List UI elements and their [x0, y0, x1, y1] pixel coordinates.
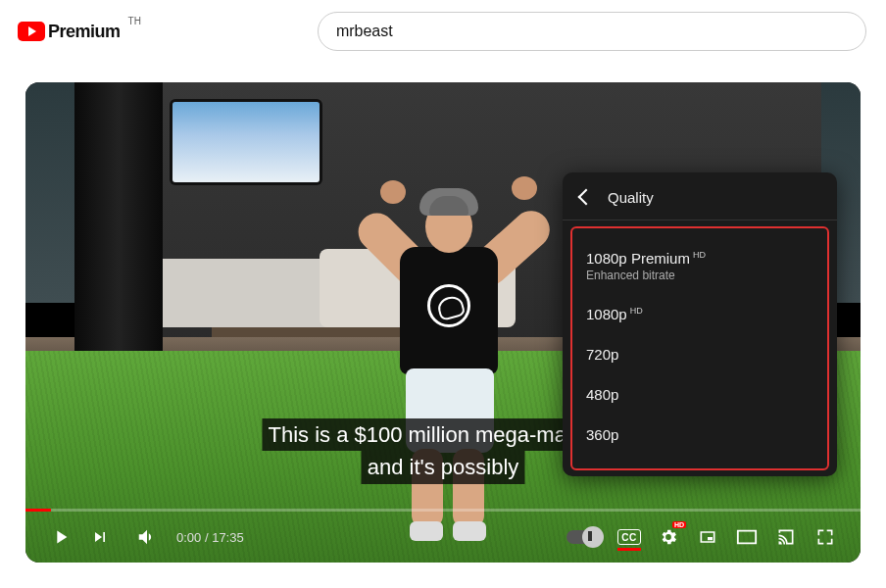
hd-badge: HD — [693, 250, 706, 260]
fullscreen-button[interactable] — [808, 519, 843, 555]
fullscreen-icon — [815, 527, 835, 547]
quality-panel-header[interactable]: Quality — [563, 172, 837, 220]
search-value: mrbeast — [336, 23, 393, 40]
time-current: 0:00 — [176, 530, 201, 545]
video-player[interactable]: This is a $100 million mega-mansion and … — [25, 82, 861, 563]
quality-option[interactable]: 360p — [572, 415, 827, 455]
cast-icon — [775, 527, 797, 547]
time-total: 17:35 — [212, 530, 244, 545]
miniplayer-icon — [698, 527, 717, 547]
quality-option[interactable]: 480p — [572, 374, 827, 415]
search-input[interactable]: mrbeast — [318, 12, 866, 51]
pause-icon — [588, 531, 592, 541]
quality-options-list: 1080p PremiumHD Enhanced bitrate 1080pHD… — [570, 226, 829, 470]
time-display: 0:00 / 17:35 — [176, 530, 244, 545]
youtube-premium-logo[interactable]: Premium TH — [18, 22, 141, 42]
youtube-play-icon — [18, 22, 45, 41]
theater-mode-button[interactable] — [729, 519, 764, 555]
cc-icon: CC — [617, 529, 640, 545]
next-button[interactable] — [82, 519, 118, 555]
play-button[interactable] — [43, 519, 78, 555]
quality-label: 360p — [586, 426, 618, 443]
header-bar: Premium TH mrbeast — [0, 0, 886, 65]
settings-button[interactable]: HD — [651, 519, 686, 555]
quality-settings-panel: Quality 1080p PremiumHD Enhanced bitrate… — [563, 172, 837, 476]
caption-line-2: and it's possibly — [362, 451, 525, 484]
quality-option[interactable]: 1080p PremiumHD Enhanced bitrate — [572, 238, 827, 294]
cast-button[interactable] — [768, 519, 804, 555]
captions-button[interactable]: CC — [612, 519, 647, 555]
volume-button[interactable] — [129, 519, 165, 555]
premium-label: Premium — [48, 22, 121, 42]
quality-label: 480p — [586, 386, 618, 403]
volume-icon — [136, 526, 158, 548]
gear-icon — [659, 527, 678, 547]
hd-badge: HD — [630, 306, 643, 316]
play-icon — [50, 526, 72, 548]
next-icon — [90, 527, 110, 547]
quality-label: 1080p — [586, 306, 627, 322]
player-controls: 0:00 / 17:35 CC HD — [25, 512, 861, 563]
settings-hd-badge: HD — [672, 521, 686, 528]
miniplayer-button[interactable] — [690, 519, 725, 555]
quality-option[interactable]: 720p — [572, 334, 827, 374]
quality-title: Quality — [608, 189, 654, 206]
quality-label: 1080p Premium — [586, 250, 690, 267]
progress-bar[interactable] — [25, 509, 861, 512]
back-icon[interactable] — [576, 188, 594, 206]
quality-sublabel: Enhanced bitrate — [586, 269, 813, 282]
quality-option[interactable]: 1080pHD — [572, 294, 827, 334]
autoplay-toggle[interactable] — [566, 530, 602, 544]
quality-label: 720p — [586, 346, 618, 363]
country-code: TH — [128, 16, 141, 26]
theater-icon — [736, 528, 758, 546]
